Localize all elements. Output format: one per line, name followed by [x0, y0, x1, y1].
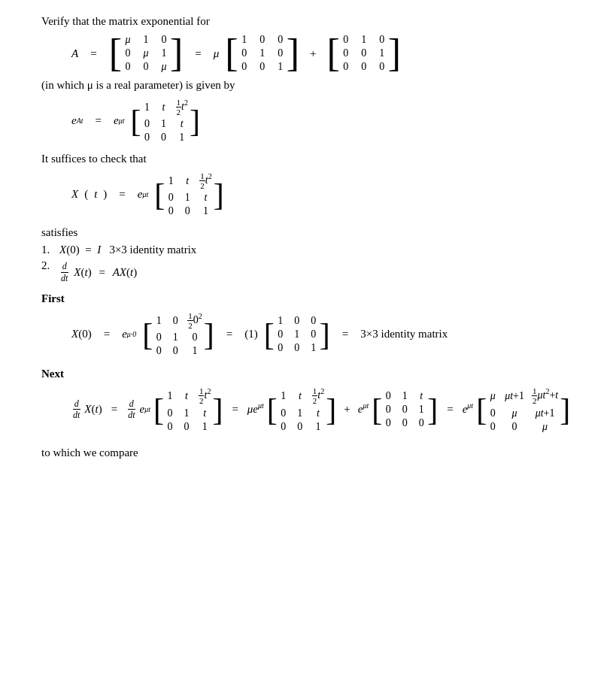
- Xt-formula: X(t) = eμt [ 1 t 12t2 0 1 t 0 0 1 ]: [71, 171, 575, 217]
- identity-note: 3×3 identity matrix: [360, 328, 448, 341]
- matrix-equation-A: A = [ μ 1 0 0 μ 1 0 0 μ ] = μ [ 1 0: [71, 34, 575, 73]
- footer-text: to which we compare: [41, 446, 575, 459]
- matrix-exp-formula: [ 1 t 12t2 0 1 t 0 0 1 ]: [131, 98, 200, 144]
- exp-At-formula: eAt = eμt [ 1 t 12t2 0 1 t 0 0 1 ]: [71, 98, 575, 144]
- first-label: First: [41, 292, 575, 305]
- condition-2: 2. d dt X(t) = AX(t): [41, 259, 575, 283]
- matrix-A-middle: [ 1 0 0 0 1 0 0 0 1 ]: [225, 34, 299, 73]
- matrix-X0-left: [ 1 0 1202 0 1 0 0 0 1 ]: [142, 311, 214, 357]
- matrix-A-left: [ μ 1 0 0 μ 1 0 0 μ ]: [109, 34, 184, 73]
- var-A: A: [71, 47, 78, 60]
- suffices-text: It suffices to check that: [41, 153, 575, 165]
- matrix-dXdt-2: [ 1 t 12t2 0 1 t 0 0 1 ]: [267, 386, 336, 432]
- X0-computation: X(0) = eμ·0 [ 1 0 1202 0 1 0 0 0 1 ] = (…: [71, 311, 575, 357]
- next-label: Next: [41, 368, 575, 380]
- param-note: (in which μ is a real parameter) is give…: [41, 79, 575, 92]
- matrix-dXdt-1: [ 1 t 12t2 0 1 t 0 0 1 ]: [153, 386, 223, 432]
- matrix-dXdt-3: [ 0 1 t 0 0 1 0 0 0 ]: [372, 390, 438, 429]
- matrix-dXdt-result: [ μ μt+1 12μt2+t 0 μ μt+1 0 0 μ ]: [476, 386, 570, 432]
- matrix-X0-identity: [ 1 0 0 0 1 0 0 0 1 ]: [264, 315, 330, 354]
- matrix-A-right: [ 0 1 0 0 0 1 0 0 0 ]: [326, 34, 401, 73]
- dXdt-computation: d dt X(t) = d dt eμt [ 1 t 12t2 0 1 t 0 …: [71, 386, 575, 432]
- page-title: Verify that the matrix exponential for: [41, 15, 575, 28]
- main-content: Verify that the matrix exponential for A…: [41, 15, 575, 459]
- condition-1: 1. X(0) = I 3×3 identity matrix: [41, 244, 575, 256]
- matrix-Xt: [ 1 t 12t2 0 1 t 0 0 1 ]: [154, 171, 223, 217]
- satisfies-text: satisfies: [41, 226, 575, 239]
